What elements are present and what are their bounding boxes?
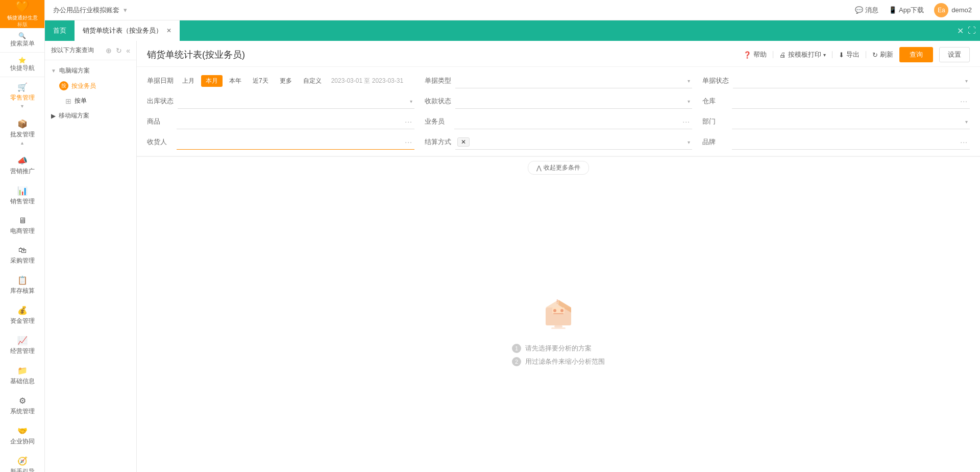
app-download-btn[interactable]: 📱 App下载 — [889, 6, 924, 15]
tab-close-all-icon[interactable]: ✕ — [957, 26, 964, 36]
filter-date: 单据日期 上月 本月 本年 近7天 更多 自定义 2023-03-01 至 20… — [147, 75, 414, 87]
out-status-input[interactable] — [178, 93, 414, 109]
collection-input[interactable] — [455, 93, 692, 109]
logo-icon: 🧡 — [15, 0, 29, 13]
goods-more-icon: ··· — [405, 117, 412, 126]
filter-collection: 收款状态 ▾ — [425, 93, 692, 109]
svg-text:!: ! — [556, 298, 558, 305]
warehouse-label: 仓库 — [702, 97, 728, 106]
right-panel: 销货单统计表(按业务员) ❓ 帮助 🖨 按模板打印 ▾ ⬇ — [137, 41, 980, 472]
message-icon: 💬 — [855, 6, 863, 14]
sidebar-item-basic[interactable]: 📁 基础信息 — [0, 361, 44, 391]
salesperson-more-icon: ··· — [682, 117, 690, 126]
message-btn[interactable]: 💬 消息 — [855, 6, 878, 15]
department-input[interactable] — [732, 114, 970, 129]
date-tab-this-year[interactable]: 本年 — [225, 75, 246, 87]
sidebar-item-system[interactable]: ⚙ 系统管理 — [0, 391, 44, 421]
receiver-label: 收货人 — [147, 137, 173, 147]
filter-brand: 品牌 ··· — [702, 134, 970, 150]
scheme-item-salesperson[interactable]: 按 按业务员 — [45, 78, 136, 93]
user-profile[interactable]: Ea demo2 — [934, 3, 972, 17]
sidebar-item-finance[interactable]: 💰 资金管理 — [0, 300, 44, 331]
doc-status-control: ▾ — [733, 73, 970, 88]
date-tab-custom[interactable]: 自定义 — [299, 75, 326, 87]
left-panel-title: 按以下方案查询 — [51, 46, 94, 55]
svg-point-5 — [560, 309, 564, 312]
sidebar-item-wholesale[interactable]: 📦 批发管理 ▲ — [0, 114, 44, 151]
wholesale-icon: 📦 — [17, 119, 28, 129]
svg-rect-6 — [553, 313, 564, 314]
date-tab-7days[interactable]: 近7天 — [248, 75, 273, 87]
goods-input[interactable] — [177, 114, 414, 129]
filter-doc-type: 单据类型 ▾ — [425, 73, 692, 88]
collapse-button[interactable]: ⋀ 收起更多条件 — [528, 161, 589, 175]
scheme-group-mobile[interactable]: ▶ 移动端方案 — [45, 108, 136, 123]
filter-row-2: 出库状态 ▾ 收款状态 ▾ 仓库 — [147, 93, 970, 109]
refresh-icon: ↻ — [872, 51, 878, 59]
date-tab-more[interactable]: 更多 — [275, 75, 297, 87]
doc-status-input[interactable] — [733, 73, 970, 88]
date-tab-last-month[interactable]: 上月 — [178, 75, 199, 87]
divider3 — [866, 51, 866, 58]
sidebar-item-marketing[interactable]: 📣 营销推广 — [0, 151, 44, 181]
collapse-panel-icon[interactable]: « — [126, 46, 130, 55]
setting-button[interactable]: 设置 — [939, 47, 970, 62]
department-label: 部门 — [702, 117, 728, 126]
brand-more-icon: ··· — [960, 138, 968, 146]
query-button[interactable]: 查询 — [899, 47, 933, 62]
print-arrow-icon: ▾ — [823, 52, 826, 58]
sidebar-item-operations[interactable]: 📈 经营管理 — [0, 331, 44, 361]
brand-control: ··· — [732, 134, 970, 150]
sidebar-item-guide[interactable]: 🧭 新手引导 — [0, 451, 44, 472]
filter-out-status: 出库状态 ▾ — [147, 93, 414, 109]
out-status-arrow-icon: ▾ — [410, 99, 412, 104]
tab-actions: ✕ ⛶ — [957, 26, 980, 36]
sidebar-item-purchase[interactable]: 🛍 采购管理 — [0, 241, 44, 270]
warehouse-input[interactable] — [732, 93, 970, 109]
scheme-group-pc[interactable]: ▼ 电脑端方案 — [45, 63, 136, 78]
sidebar-item-enterprise[interactable]: 🤝 企业协同 — [0, 421, 44, 451]
wholesale-arrow: ▲ — [20, 140, 24, 146]
left-panel: 按以下方案查询 ⊕ ↻ « ▼ 电脑端方案 按 按业务员 ⊞ 按单 — [45, 41, 137, 472]
refresh-btn[interactable]: ↻ 刷新 — [872, 50, 893, 59]
brand-input[interactable] — [732, 134, 970, 150]
receiver-control: ··· — [177, 134, 414, 150]
print-btn[interactable]: 🖨 按模板打印 ▾ — [779, 50, 826, 59]
enterprise-icon: 🤝 — [17, 426, 28, 436]
app-logo[interactable]: 🧡 畅捷通好生意 标版 — [0, 0, 45, 28]
filter-doc-status: 单据状态 ▾ — [702, 73, 970, 88]
left-panel-header-icons: ⊕ ↻ « — [106, 46, 130, 55]
help-btn[interactable]: ❓ 帮助 — [743, 50, 767, 59]
sidebar-item-inventory[interactable]: 📋 库存核算 — [0, 270, 44, 300]
export-icon: ⬇ — [839, 51, 844, 59]
sidebar-item-retail[interactable]: 🛒 零售管理 ▼ — [0, 77, 44, 114]
doc-type-input[interactable] — [455, 73, 692, 88]
svg-point-4 — [553, 309, 556, 312]
filter-receiver: 收货人 ··· — [147, 134, 414, 150]
basic-icon: 📁 — [17, 366, 28, 375]
ecommerce-icon: 🖥 — [18, 216, 27, 225]
quick-nav[interactable]: ⭐ 快捷导航 — [0, 53, 44, 77]
settlement-tag: ✕ — [457, 137, 470, 147]
out-status-label: 出库状态 — [147, 97, 174, 106]
group-arrow-icon: ▼ — [51, 68, 56, 74]
salesperson-input[interactable] — [454, 114, 692, 129]
sidebar-item-sales[interactable]: 📊 销售管理 — [0, 181, 44, 211]
date-tab-this-month[interactable]: 本月 — [201, 75, 223, 87]
add-scheme-icon[interactable]: ⊕ — [106, 46, 112, 55]
export-btn[interactable]: ⬇ 导出 — [839, 50, 860, 59]
filter-department: 部门 ▾ — [702, 114, 970, 129]
tab-report[interactable]: 销货单统计表（按业务员） ✕ — [75, 20, 180, 41]
filter-row-1: 单据日期 上月 本月 本年 近7天 更多 自定义 2023-03-01 至 20… — [147, 73, 970, 88]
receiver-input[interactable] — [177, 134, 414, 150]
tab-home[interactable]: 首页 — [45, 20, 75, 41]
settlement-tag-close[interactable]: ✕ — [461, 138, 466, 146]
scheme-item-order[interactable]: ⊞ 按单 — [45, 93, 136, 108]
search-menu[interactable]: 🔍 搜索菜单 — [0, 28, 44, 53]
empty-tip-2: 2 用过滤条件来缩小分析范围 — [512, 357, 605, 366]
sidebar-item-ecommerce[interactable]: 🖥 电商管理 — [0, 211, 44, 241]
tab-expand-icon[interactable]: ⛶ — [968, 26, 976, 35]
retail-icon: 🛒 — [17, 82, 28, 92]
refresh-scheme-icon[interactable]: ↻ — [116, 46, 122, 55]
tab-close-icon[interactable]: ✕ — [166, 27, 172, 34]
